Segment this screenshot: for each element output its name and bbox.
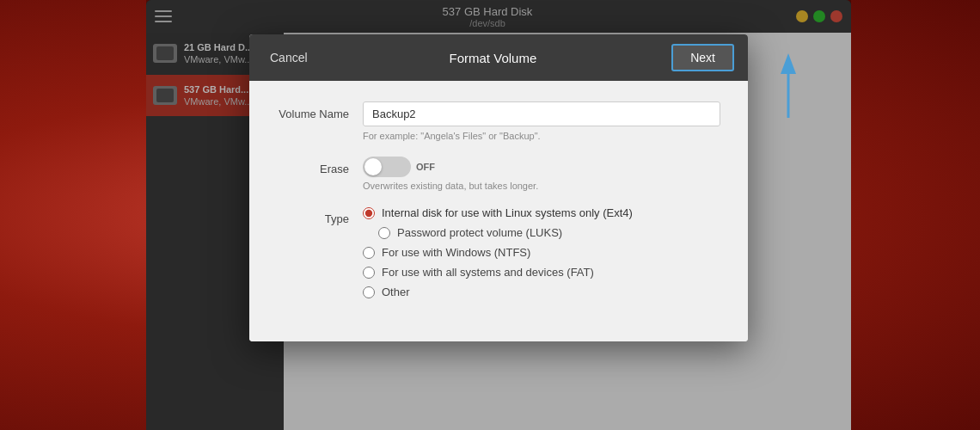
type-radio-group: Internal disk for use with Linux systems… [363, 206, 720, 298]
radio-ntfs-label: For use with Windows (NTFS) [382, 246, 530, 259]
type-label: Type [277, 206, 363, 225]
erase-hint: Overwrites existing data, but takes long… [363, 181, 720, 191]
radio-luks-label: Password protect volume (LUKS) [397, 226, 562, 239]
modal-overlay: Cancel Format Volume Next Volume Name Fo… [146, 0, 851, 430]
radio-ext4-label: Internal disk for use with Linux systems… [382, 206, 633, 219]
erase-content: OFF Overwrites existing data, but takes … [363, 157, 720, 191]
radio-ext4[interactable]: Internal disk for use with Linux systems… [363, 206, 720, 219]
radio-other-label: Other [382, 286, 410, 298]
radio-other-input[interactable] [363, 286, 375, 298]
erase-state: OFF [416, 162, 435, 172]
radio-luks-input[interactable] [378, 227, 390, 239]
radio-ntfs-input[interactable] [363, 247, 375, 259]
radio-other[interactable]: Other [363, 286, 720, 298]
erase-toggle[interactable] [363, 157, 411, 177]
volume-name-label: Volume Name [277, 101, 363, 120]
erase-row: Erase OFF Overwrites existing data, but … [277, 157, 720, 191]
radio-ext4-input[interactable] [363, 207, 375, 219]
cancel-button[interactable]: Cancel [263, 46, 315, 70]
dialog-body: Volume Name For example: "Angela's Files… [249, 81, 748, 341]
radio-ntfs[interactable]: For use with Windows (NTFS) [363, 246, 720, 259]
volume-name-content: For example: "Angela's Files" or "Backup… [363, 101, 720, 141]
dialog-title: Format Volume [450, 51, 537, 65]
radio-fat[interactable]: For use with all systems and devices (FA… [363, 266, 720, 279]
radio-fat-label: For use with all systems and devices (FA… [382, 266, 594, 279]
volume-name-hint: For example: "Angela's Files" or "Backup… [363, 131, 720, 141]
type-content: Internal disk for use with Linux systems… [363, 206, 720, 298]
radio-luks[interactable]: Password protect volume (LUKS) [363, 226, 720, 239]
format-volume-dialog: Cancel Format Volume Next Volume Name Fo… [249, 34, 748, 341]
volume-name-input[interactable] [363, 101, 720, 126]
type-row: Type Internal disk for use with Linux sy… [277, 206, 720, 298]
toggle-container: OFF [363, 157, 720, 177]
dialog-header: Cancel Format Volume Next [249, 34, 748, 81]
erase-label: Erase [277, 157, 363, 175]
volume-name-row: Volume Name For example: "Angela's Files… [277, 101, 720, 141]
radio-fat-input[interactable] [363, 267, 375, 279]
toggle-knob [364, 158, 382, 175]
next-button[interactable]: Next [671, 44, 734, 71]
